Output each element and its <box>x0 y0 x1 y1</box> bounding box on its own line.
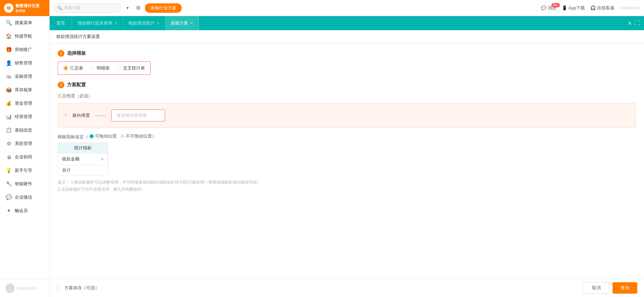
radio-detail[interactable]: 明细表 <box>90 65 110 71</box>
sidebar-item-quicknav[interactable]: 🏠 快捷导航 <box>0 30 49 43</box>
download-icon: 📱 <box>562 5 567 10</box>
money-icon: 💰 <box>5 100 12 107</box>
search-box[interactable]: 🔍 搜索功能 <box>54 3 121 13</box>
form-area: 1 选择模板 汇总表 <box>50 43 644 278</box>
step2-header: 2 方案配置 <box>58 82 636 88</box>
sidebar-item-management[interactable]: 📊 经营管理 <box>0 110 49 123</box>
tab-home-label: 首页 <box>56 20 65 26</box>
trial-button[interactable]: 体验行业方案 <box>145 3 182 13</box>
topbar: 🔍 搜索功能 ▾ ⚙ 体验行业方案 💬 消息 99+ 📱 App下载 🎧 在线客… <box>50 0 644 16</box>
sidebar-item-label: 经营管理 <box>15 114 32 120</box>
breadcrumb: 收款情况统计方案设置 <box>56 34 100 39</box>
sidebar-item-guide[interactable]: 💡 新手引导 <box>0 164 49 177</box>
sidebar-item-member[interactable]: ✦ 畅会员 <box>0 204 49 217</box>
sidebar-item-finance[interactable]: 💰 资金管理 <box>0 97 49 110</box>
step1-header: 1 选择模板 <box>58 50 636 57</box>
modular-header: 模板指标设定（ 可拖动位置 不可拖动位置） <box>58 133 636 140</box>
indicator-item-row: 收款金额 ▾ <box>58 153 108 165</box>
tab-newplan-close[interactable]: ✕ <box>190 21 193 26</box>
sidebar-item-label: 资金管理 <box>15 100 32 106</box>
cancel-button[interactable]: 取消 <box>584 282 609 294</box>
radio-detail-circle <box>90 66 95 70</box>
radio-summary-inner <box>64 67 67 69</box>
unmovable-group: 不可拖动位置） <box>120 133 156 139</box>
user-name-placeholder <box>17 287 37 290</box>
tab-cashflow-label: 现金银行流水查询 <box>77 20 112 26</box>
notification-badge: 99+ <box>551 3 560 7</box>
tab-home[interactable]: 首页 <box>50 16 72 30</box>
radio-crosstab-circle <box>116 66 121 70</box>
tab-newplan[interactable]: 新建方案 ✕ <box>165 16 199 30</box>
sidebar-item-label: 库存核算 <box>15 87 32 93</box>
radio-crosstab[interactable]: 交叉统计表 <box>116 65 145 71</box>
message-icon: 💬 <box>541 5 546 10</box>
query-button[interactable]: 查询 <box>612 282 637 294</box>
monitor-icon: 🖥 <box>5 154 12 160</box>
step2-num: 2 <box>58 82 64 88</box>
sidebar-item-basic[interactable]: 📋 基础信息 <box>0 123 49 137</box>
sidebar-bottom <box>0 279 49 297</box>
radio-summary[interactable]: 汇总表 <box>63 65 83 71</box>
sidebar-item-label: 销售管理 <box>15 60 32 66</box>
vertical-label: 纵向维度 <box>72 112 90 118</box>
indicator-table: 统计指标 收款金额 ▾ 合计 <box>58 143 108 176</box>
main-area: 🔍 搜索功能 ▾ ⚙ 体验行业方案 💬 消息 99+ 📱 App下载 🎧 在线客… <box>50 0 644 297</box>
tabbar: 首页 现金银行流水查询 ✕ 收款情况统计 ✕ 新建方案 ✕ ✕ ⛶ <box>50 16 644 30</box>
step2-section: 2 方案配置 汇总维度（必选） * 纵向维度 —— 请选择分组维度 <box>58 82 636 192</box>
sidebar-item-wechat[interactable]: 💬 企业微信 <box>0 191 49 204</box>
close-window-icon[interactable]: ✕ <box>628 20 632 27</box>
notification-item[interactable]: 💬 消息 99+ <box>541 5 556 11</box>
save-checkbox[interactable] <box>56 286 61 290</box>
sidebar-item-hardware[interactable]: 🔧 智能硬件 <box>0 177 49 191</box>
sidebar-item-marketing[interactable]: 🎁 营销推广 <box>0 43 49 56</box>
toggle-group: 可拖动位置 <box>90 133 117 139</box>
service-icon: 🎧 <box>590 5 596 10</box>
content-wrapper: 收款情况统计方案设置 1 选择模板 <box>50 30 644 297</box>
service-item[interactable]: 🎧 在线客服 <box>590 5 614 11</box>
sidebar-item-purchase[interactable]: 🛍 采购管理 <box>0 70 49 83</box>
movable-toggle-icon <box>90 134 94 138</box>
dropdown-arrow-btn[interactable]: ▾ <box>123 4 131 12</box>
tab-cashflow-close[interactable]: ✕ <box>114 21 117 26</box>
radio-crosstab-label: 交叉统计表 <box>123 65 145 71</box>
sidebar-item-label: 新手引导 <box>15 167 32 174</box>
dimension-title: 汇总维度（必选） <box>58 93 636 99</box>
dimension-select[interactable]: 请选择分组维度 <box>111 109 165 121</box>
save-label: 方案保存（可选） <box>64 285 99 291</box>
gear-icon: ⚙ <box>5 140 12 147</box>
movable-label: 可拖动位置 <box>95 133 117 139</box>
hardware-icon: 🔧 <box>5 181 12 187</box>
wechat-icon: 💬 <box>5 194 12 201</box>
indicator-dropdown-icon[interactable]: ▾ <box>101 157 103 161</box>
sidebar-item-search[interactable]: 🔍 搜索菜单 <box>0 16 49 30</box>
sidebar-item-label: 智能硬件 <box>15 181 32 187</box>
sidebar-item-sales[interactable]: 👤 销售管理 <box>0 56 49 70</box>
avatar <box>5 284 15 293</box>
search-icon: 🔍 <box>5 19 12 26</box>
clipboard-icon: 📋 <box>5 127 12 134</box>
content-area: 收款情况统计方案设置 1 选择模板 <box>50 30 644 278</box>
search-placeholder: 搜索功能 <box>64 5 80 11</box>
tab-collection[interactable]: 收款情况统计 ✕ <box>123 16 165 30</box>
indicator-subtotal-label: 合计 <box>62 167 71 172</box>
tab-collection-close[interactable]: ✕ <box>157 21 160 26</box>
sidebar-item-collab[interactable]: 🖥 企业协同 <box>0 150 49 164</box>
tab-newplan-label: 新建方案 <box>171 20 188 26</box>
step1-section: 1 选择模板 汇总表 <box>58 50 636 75</box>
step1-title: 选择模板 <box>67 50 86 56</box>
sidebar-item-label: 企业微信 <box>15 194 32 200</box>
download-item[interactable]: 📱 App下载 <box>562 5 585 11</box>
hint-area: 提示： 1.拖动标题栏可以调整布局，不可跨维度或指标区域拖动栏目字段(只能在同一… <box>58 180 636 192</box>
radio-detail-label: 明细表 <box>97 65 110 71</box>
sidebar-item-label: 搜索菜单 <box>15 20 32 26</box>
tab-cashflow[interactable]: 现金银行流水查询 ✕ <box>72 16 123 30</box>
box-icon: 📦 <box>5 87 12 93</box>
indicator-column-header: 统计指标 <box>58 143 108 153</box>
sidebar-item-inventory[interactable]: 📦 库存核算 <box>0 83 49 97</box>
dimension-area: * 纵向维度 —— 请选择分组维度 <box>58 103 636 128</box>
settings-gear-icon[interactable]: ⚙ <box>134 4 142 12</box>
maximize-icon[interactable]: ⛶ <box>635 20 640 26</box>
sidebar-item-label: 畅会员 <box>15 208 28 214</box>
sidebar-item-system[interactable]: ⚙ 系统管理 <box>0 137 49 150</box>
template-radio-group: 汇总表 明细表 交叉统计表 <box>63 65 145 71</box>
